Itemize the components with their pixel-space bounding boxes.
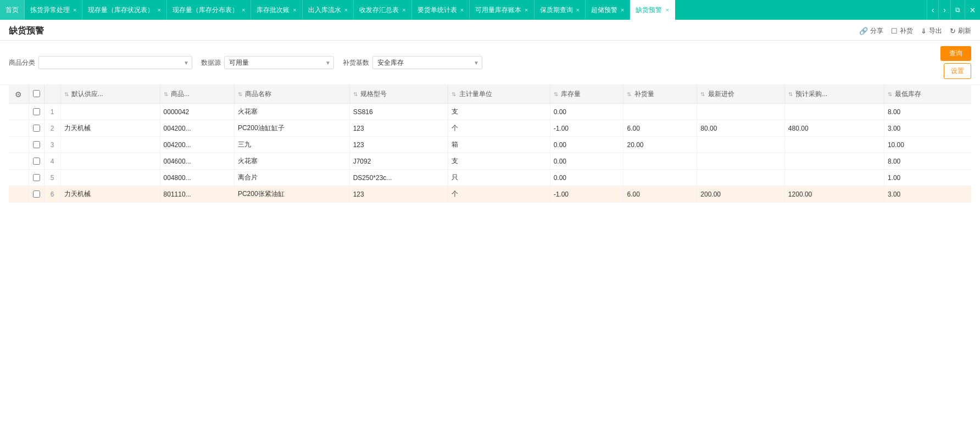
nav-tab-home[interactable]: 首页 xyxy=(0,0,25,20)
nav-tab-stock-status[interactable]: 现存量（库存状况表）× xyxy=(82,0,166,20)
export-button[interactable]: ⇓ 导出 xyxy=(921,26,942,36)
nav-tab-inout-flow[interactable]: 出入库流水× xyxy=(303,0,354,20)
row-checkbox-cell[interactable] xyxy=(29,153,44,170)
replenish-base-select[interactable]: 安全库存 xyxy=(372,56,482,69)
nav-tab-close-batch-account[interactable]: × xyxy=(293,7,296,13)
row-checkbox-1[interactable] xyxy=(33,125,40,132)
nav-tab-close-available-ledger[interactable]: × xyxy=(525,7,528,13)
nav-tab-label: 现存量（库存分布表） xyxy=(172,5,238,15)
row-checkbox-cell[interactable] xyxy=(29,186,44,203)
row-spec-model-cell: 123 xyxy=(349,120,448,137)
row-checkbox-cell[interactable] xyxy=(29,104,44,120)
row-checkbox-cell[interactable] xyxy=(29,120,44,137)
row-est-purchase-cell xyxy=(784,104,884,120)
row-product-name-cell: 火花塞 xyxy=(234,153,349,170)
nav-tab-label: 库存批次账 xyxy=(257,5,289,15)
row-product-name-cell: 火花塞 xyxy=(234,104,349,120)
latest-price-sort-icon: ⇅ xyxy=(700,91,705,97)
row-product-code-cell: 004200... xyxy=(160,137,234,153)
nav-restore-btn[interactable]: ⧉ xyxy=(950,0,965,20)
nav-tab-exception[interactable]: 拣货异常处理× xyxy=(25,0,82,20)
category-select[interactable] xyxy=(38,56,192,69)
share-button[interactable]: 🔗 分享 xyxy=(859,26,883,36)
datasource-select[interactable]: 可用量 xyxy=(224,56,334,69)
row-latest-price-cell xyxy=(697,153,785,170)
nav-tab-label: 超储预警 xyxy=(591,5,617,15)
row-num-cell: 3 xyxy=(44,137,60,153)
nav-tab-label: 保质期查询 xyxy=(540,5,573,15)
row-checkbox-2[interactable] xyxy=(33,141,40,148)
row-checkbox-cell[interactable] xyxy=(29,170,44,186)
row-replenish-cell: 6.00 xyxy=(623,120,697,137)
nav-tab-close-inout-flow[interactable]: × xyxy=(344,7,348,13)
nav-tab-close-exception[interactable]: × xyxy=(73,7,76,13)
nav-tab-expiry-query[interactable]: 保质期查询× xyxy=(534,0,586,20)
row-checkbox-3[interactable] xyxy=(33,158,40,165)
product-name-column-header[interactable]: ⇅ 商品名称 xyxy=(234,85,349,104)
nav-tab-close-requisition-stat[interactable]: × xyxy=(460,7,464,13)
stock-sort-icon: ⇅ xyxy=(554,91,558,97)
latest-price-column-header[interactable]: ⇅ 最新进价 xyxy=(697,85,785,104)
nav-tab-shortage[interactable]: 缺货预警× xyxy=(630,0,675,20)
row-latest-price-cell: 80.00 xyxy=(697,120,785,137)
row-checkbox-0[interactable] xyxy=(33,108,40,115)
table-row: 3 004200... 三九 123 箱 0.00 20.00 10.00 xyxy=(9,137,971,153)
category-select-wrapper: ▼ xyxy=(38,56,192,69)
stock-column-header[interactable]: ⇅ 库存量 xyxy=(550,85,623,104)
select-all-checkbox[interactable] xyxy=(33,90,40,97)
product-code-column-header[interactable]: ⇅ 商品... xyxy=(160,85,234,104)
refresh-button[interactable]: ↻ 刷新 xyxy=(950,26,971,36)
row-product-name-cell: 三九 xyxy=(234,137,349,153)
share-label: 分享 xyxy=(870,26,883,36)
row-stock-cell: 0.00 xyxy=(550,104,623,120)
column-settings-gear-icon[interactable]: ⚙ xyxy=(15,90,22,99)
replenish-button[interactable]: ☐ 补货 xyxy=(891,26,913,36)
page-title: 缺货预警 xyxy=(9,25,44,37)
row-checkbox-cell[interactable] xyxy=(29,137,44,153)
unit-column-header[interactable]: ⇅ 主计量单位 xyxy=(448,85,550,104)
replenish-column-header[interactable]: ⇅ 补货量 xyxy=(623,85,697,104)
nav-tab-receipt-summary[interactable]: 收发存汇总表× xyxy=(354,0,411,20)
row-stock-cell: 0.00 xyxy=(550,170,623,186)
nav-tab-batch-account[interactable]: 库存批次账× xyxy=(251,0,302,20)
row-replenish-cell: 6.00 xyxy=(623,186,697,203)
settings-button[interactable]: 设置 xyxy=(944,63,971,79)
row-checkbox-5[interactable] xyxy=(33,191,40,198)
row-settings-cell xyxy=(9,153,29,170)
row-checkbox-4[interactable] xyxy=(33,174,40,181)
nav-tab-label: 拣货异常处理 xyxy=(30,5,70,15)
min-stock-column-header[interactable]: ⇅ 最低库存 xyxy=(884,85,971,104)
row-replenish-cell xyxy=(623,104,697,120)
row-unit-cell: 个 xyxy=(448,186,550,203)
nav-close-btn[interactable]: ✕ xyxy=(965,0,980,20)
nav-next-arrow[interactable]: › xyxy=(938,0,950,20)
nav-tab-close-receipt-summary[interactable]: × xyxy=(402,7,405,13)
row-settings-cell xyxy=(9,104,29,120)
nav-tab-overstock[interactable]: 超储预警× xyxy=(586,0,630,20)
row-min-stock-cell: 3.00 xyxy=(884,186,971,203)
nav-tab-close-stock-status[interactable]: × xyxy=(157,7,160,13)
product-name-col-label: 商品名称 xyxy=(245,90,271,98)
nav-tab-available-ledger[interactable]: 可用量库存账本× xyxy=(470,0,534,20)
nav-tab-close-stock-dist[interactable]: × xyxy=(242,7,245,13)
est-purchase-column-header[interactable]: ⇅ 预计采购... xyxy=(784,85,884,104)
row-supplier-cell xyxy=(60,104,160,120)
spec-model-column-header[interactable]: ⇅ 规格型号 xyxy=(349,85,448,104)
nav-tab-stock-dist[interactable]: 现存量（库存分布表）× xyxy=(167,0,251,20)
query-button[interactable]: 查询 xyxy=(940,46,971,61)
nav-tab-requisition-stat[interactable]: 要货单统计表× xyxy=(412,0,470,20)
row-unit-cell: 箱 xyxy=(448,137,550,153)
nav-tab-close-expiry-query[interactable]: × xyxy=(576,7,580,13)
nav-tab-close-shortage[interactable]: × xyxy=(665,7,669,13)
shortage-table: ⚙ ⇅ 默认供应... ⇅ 商品... ⇅ xyxy=(9,85,971,203)
est-purchase-col-label: 预计采购... xyxy=(795,90,827,98)
settings-column-header[interactable]: ⚙ xyxy=(9,85,29,104)
row-supplier-cell xyxy=(60,153,160,170)
filter-action-area: 查询 设置 xyxy=(940,46,971,79)
nav-prev-arrow[interactable]: ‹ xyxy=(927,0,939,20)
datasource-label: 数据源 xyxy=(201,58,221,68)
checkbox-column-header[interactable] xyxy=(29,85,44,104)
nav-tab-close-overstock[interactable]: × xyxy=(621,7,624,13)
default-supplier-column-header[interactable]: ⇅ 默认供应... xyxy=(60,85,160,104)
product-code-sort-icon: ⇅ xyxy=(164,91,168,97)
